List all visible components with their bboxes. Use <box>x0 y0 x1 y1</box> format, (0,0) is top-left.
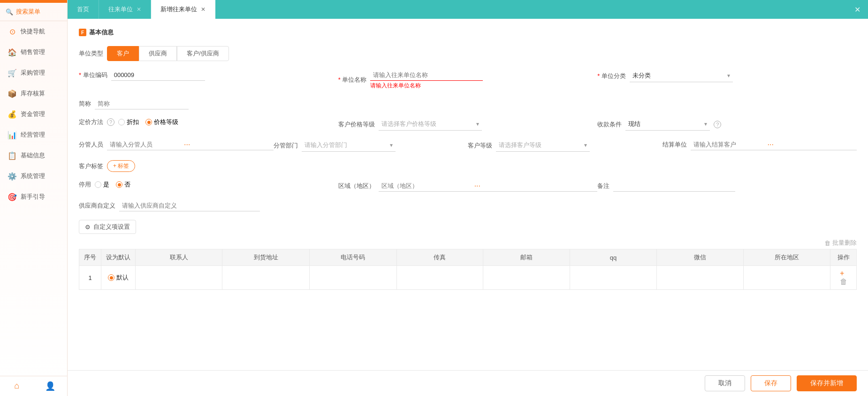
pricing-discount[interactable]: 折扣 <box>118 118 139 126</box>
sidebar: 🔍 搜索菜单 ⊙ 快捷导航 🏠 销售管理 🛒 采购管理 📦 库存核算 💰 资金管… <box>0 0 68 396</box>
unit-code-label: 单位编码 <box>79 71 107 79</box>
add-tag-button[interactable]: + 标签 <box>107 160 135 172</box>
pricing-help-icon[interactable]: ? <box>107 118 114 126</box>
unit-category-field: 单位分类 未分类 ▾ <box>597 70 857 82</box>
fax-input[interactable] <box>402 274 479 281</box>
payment-select[interactable]: 现结 ▾ <box>625 118 710 131</box>
save-new-button[interactable]: 保存并新增 <box>797 375 857 391</box>
pricing-price-level-radio[interactable] <box>145 119 152 125</box>
pricing-discount-radio[interactable] <box>118 119 125 125</box>
short-name-label: 简称 <box>79 100 91 108</box>
contacts-table: 序号 设为默认 联系人 到货地址 电话号码 传真 邮箱 qq 微信 所在地区 操… <box>79 249 857 290</box>
region-input[interactable] <box>379 180 472 191</box>
tab-home[interactable]: 首页 <box>68 0 99 19</box>
delete-row-icon[interactable]: 🗑 <box>840 278 847 286</box>
tab-partner-label: 往来单位 <box>108 5 133 14</box>
phone-input[interactable] <box>314 274 392 281</box>
disabled-yes-radio[interactable] <box>95 181 101 188</box>
default-radio-circle[interactable] <box>108 274 114 281</box>
manager-more-icon[interactable]: ··· <box>184 140 190 149</box>
customer-price-select[interactable]: 请选择客户价格等级 ▾ <box>379 118 482 131</box>
disabled-field: 停用 是 否 <box>79 180 338 189</box>
disabled-no-radio[interactable] <box>116 181 122 188</box>
default-radio[interactable]: 默认 <box>108 273 129 282</box>
disabled-yes[interactable]: 是 <box>95 180 109 189</box>
region-more-icon[interactable]: ··· <box>474 182 480 190</box>
unit-name-input[interactable] <box>370 70 483 81</box>
department-select[interactable]: 请输入分管部门 ▾ <box>302 139 396 152</box>
cell-contact[interactable] <box>136 266 222 290</box>
cell-region[interactable] <box>743 266 830 290</box>
email-input[interactable] <box>488 274 565 281</box>
sidebar-item-purchase[interactable]: 🛒 采购管理 <box>0 62 67 83</box>
tab-partner-close[interactable]: ✕ <box>137 6 141 13</box>
tab-new-partner-close[interactable]: ✕ <box>201 6 206 13</box>
customer-level-field: 客户等级 请选择客户等级 ▾ <box>468 139 662 152</box>
cell-qq[interactable] <box>570 266 657 290</box>
custom-settings-button[interactable]: ⚙ 自定义项设置 <box>79 220 136 234</box>
settlement-more-icon[interactable]: ··· <box>768 140 774 149</box>
sidebar-item-basic[interactable]: 📋 基础信息 <box>0 145 67 166</box>
cell-phone[interactable] <box>309 266 396 290</box>
address-input[interactable] <box>227 274 305 281</box>
cancel-button[interactable]: 取消 <box>705 375 745 391</box>
sidebar-item-operation[interactable]: 📊 经营管理 <box>0 124 67 145</box>
col-qq: qq <box>570 249 657 266</box>
sidebar-search[interactable]: 🔍 搜索菜单 <box>0 3 67 21</box>
sidebar-home-btn[interactable]: ⌂ <box>0 376 34 396</box>
sidebar-item-label: 新手引导 <box>21 193 45 201</box>
tab-new-partner[interactable]: 新增往来单位 ✕ <box>151 0 215 19</box>
cell-address[interactable] <box>222 266 310 290</box>
close-all-tabs[interactable]: ✕ <box>847 5 868 14</box>
operation-icon: 📊 <box>8 130 17 140</box>
pricing-field: 定价方法 ? 折扣 价格等级 <box>79 118 338 126</box>
sidebar-user-btn[interactable]: 👤 <box>34 376 68 396</box>
unit-type-customer[interactable]: 客户 <box>107 46 139 61</box>
search-menu[interactable]: 🔍 搜索菜单 <box>6 8 61 16</box>
sidebar-item-finance[interactable]: 💰 资金管理 <box>0 104 67 124</box>
cell-action: + 🗑 <box>830 266 857 290</box>
pricing-discount-label: 折扣 <box>127 118 139 126</box>
cell-fax[interactable] <box>396 266 483 290</box>
sidebar-item-guide[interactable]: 🎯 新手引导 <box>0 186 67 207</box>
add-row-icon[interactable]: + <box>840 269 844 277</box>
manager-label: 分管人员 <box>79 140 103 149</box>
unit-type-label: 单位类型 <box>79 49 103 58</box>
disabled-no[interactable]: 否 <box>116 180 130 189</box>
settings-gear-icon: ⚙ <box>85 224 91 231</box>
unit-type-field: 单位类型 客户 供应商 客户/供应商 <box>79 46 857 61</box>
payment-value: 现结 <box>628 120 702 128</box>
region-field: 区域（地区） ··· <box>338 180 598 192</box>
short-name-input[interactable] <box>95 98 189 109</box>
customer-level-placeholder: 请选择客户等级 <box>499 141 582 149</box>
supplier-custom-input[interactable] <box>119 200 260 211</box>
unit-code-input[interactable] <box>111 70 205 81</box>
cell-email[interactable] <box>483 266 570 290</box>
disabled-region-row: 停用 是 否 区域（地区） <box>79 180 857 192</box>
unit-category-select[interactable]: 未分类 ▾ <box>630 70 733 82</box>
sidebar-item-quicknav[interactable]: ⊙ 快捷导航 <box>0 21 67 42</box>
pricing-price-level[interactable]: 价格等级 <box>145 118 178 126</box>
settlement-input[interactable] <box>691 139 766 150</box>
col-index: 序号 <box>79 249 101 266</box>
wechat-input[interactable] <box>662 274 739 281</box>
bulk-delete-area[interactable]: 🗑 批量删除 <box>79 239 857 247</box>
sidebar-item-inventory[interactable]: 📦 库存核算 <box>0 83 67 104</box>
unit-type-supplier[interactable]: 供应商 <box>139 46 177 61</box>
customer-level-select[interactable]: 请选择客户等级 ▾ <box>496 139 590 152</box>
manager-input[interactable] <box>107 139 182 150</box>
row-region-input[interactable] <box>748 274 826 281</box>
unit-type-both[interactable]: 客户/供应商 <box>177 46 229 61</box>
section-basic-info: F 基本信息 <box>79 28 857 37</box>
sidebar-item-sales[interactable]: 🏠 销售管理 <box>0 42 67 62</box>
cell-wechat[interactable] <box>656 266 743 290</box>
notes-input[interactable] <box>613 180 735 192</box>
section-icon: F <box>79 29 86 36</box>
save-button[interactable]: 保存 <box>751 375 791 391</box>
sidebar-item-label: 资金管理 <box>21 110 45 118</box>
sidebar-item-system[interactable]: ⚙️ 系统管理 <box>0 166 67 186</box>
tab-partner[interactable]: 往来单位 ✕ <box>99 0 151 19</box>
contact-input[interactable] <box>140 274 217 281</box>
payment-help-icon[interactable]: ? <box>714 121 721 128</box>
qq-input[interactable] <box>575 274 652 281</box>
